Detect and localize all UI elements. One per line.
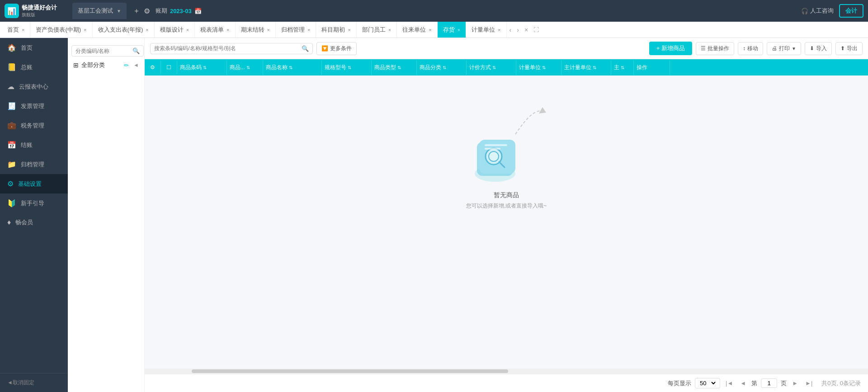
sidebar-item-archive[interactable]: 📁 归档管理 [0, 155, 68, 174]
th-type-sort[interactable]: ⇅ [397, 65, 401, 70]
batch-button[interactable]: ☰ 批量操作 [696, 42, 734, 55]
tab-dept[interactable]: 部门员工 × [357, 22, 397, 38]
th-check[interactable]: ☐ [161, 61, 177, 74]
th-spec-sort[interactable]: ⇅ [348, 65, 351, 70]
sidebar-item-ledger[interactable]: 📒 总账 [0, 57, 68, 77]
tab-archive-close[interactable]: × [307, 27, 310, 33]
tab-template-close[interactable]: × [186, 27, 189, 33]
tab-partner[interactable]: 往来单位 × [397, 22, 437, 38]
add-workspace-icon[interactable]: ＋ [133, 6, 140, 16]
tab-subject-close[interactable]: × [348, 27, 350, 33]
tab-inventory[interactable]: 存货 × [438, 22, 466, 38]
print-dropdown-icon[interactable]: ▼ [792, 46, 796, 51]
per-page-dropdown[interactable]: 50 10 20 100 [698, 379, 717, 387]
product-search-icon[interactable]: 🔍 [302, 45, 309, 52]
per-page-select[interactable]: 50 10 20 100 [695, 378, 720, 388]
th-main-unit-sort[interactable]: ⇅ [593, 65, 596, 70]
sidebar-item-guide[interactable]: 🔰 新手引导 [0, 194, 68, 213]
help-button[interactable]: 🎧 人工咨询 [801, 7, 834, 15]
sidebar-item-tax[interactable]: 💼 税务管理 [0, 116, 68, 135]
horizontal-scrollbar[interactable] [145, 368, 868, 374]
sidebar-item-close[interactable]: 📅 结账 [0, 135, 68, 155]
category-search-icon[interactable]: 🔍 [132, 47, 140, 54]
tab-income-close[interactable]: × [146, 27, 148, 33]
scrollbar-thumb[interactable] [192, 369, 508, 373]
workspace-tab[interactable]: 基层工会测试 ▼ [72, 3, 127, 19]
more-filter-button[interactable]: 🔽 更多条件 [316, 42, 357, 55]
tabs-right-arrow[interactable]: › [514, 26, 522, 33]
tab-partner-label: 往来单位 [402, 26, 426, 34]
th-name[interactable]: 商品名称 ⇅ [263, 60, 322, 75]
sidebar-item-member[interactable]: ♦ 畅会员 [0, 213, 68, 232]
page-end-label: 页 [781, 379, 787, 387]
import-button[interactable]: ⬇ 导入 [805, 42, 832, 55]
th-barcode-sort[interactable]: ⇅ [203, 65, 207, 70]
product-search-box[interactable]: 🔍 [150, 43, 313, 54]
th-price-mode[interactable]: 计价方式 ⇅ [467, 60, 516, 75]
move-button[interactable]: ↕ 移动 [738, 42, 763, 55]
tab-template[interactable]: 模版设计 × [155, 22, 195, 38]
tab-balance[interactable]: 资产负债表(中期) × [30, 22, 92, 38]
th-unit-sort[interactable]: ⇅ [542, 65, 546, 70]
sidebar-item-settings[interactable]: ⚙ 基础设置 [0, 174, 68, 194]
tab-home[interactable]: 首页 × [2, 22, 30, 38]
print-button[interactable]: 🖨 打印 ▼ [767, 42, 801, 55]
tab-home-close[interactable]: × [22, 27, 24, 33]
tabs-left-arrow[interactable]: ‹ [507, 26, 514, 33]
add-product-button[interactable]: + 新增商品 [649, 42, 692, 55]
top-bar: 📊 畅捷通好会计 旗舰版 基层工会测试 ▼ ＋ ⚙ 账期 2023-03 📅 🎧… [0, 0, 868, 22]
th-spec[interactable]: 规格型号 ⇅ [322, 60, 372, 75]
tab-period-close[interactable]: × [267, 27, 270, 33]
account-button[interactable]: 会计 [839, 4, 863, 18]
toolbar: 🔍 🔽 更多条件 + 新增商品 ☰ 批量操作 ↕ 移 [145, 38, 868, 59]
th-settings[interactable]: ⚙ [145, 61, 161, 74]
th-barcode[interactable]: 商品条码 ⇅ [177, 60, 227, 75]
th-main-sort[interactable]: ⇅ [621, 65, 624, 70]
th-price-mode-sort[interactable]: ⇅ [492, 65, 496, 70]
tab-tax[interactable]: 税表清单 × [195, 22, 235, 38]
settings-workspace-icon[interactable]: ⚙ [144, 7, 150, 15]
category-search-input[interactable] [75, 48, 130, 54]
th-category[interactable]: 商品分类 ⇅ [417, 60, 467, 75]
tab-unit[interactable]: 计量单位 × [466, 22, 506, 38]
product-search-input[interactable] [154, 45, 299, 52]
th-code[interactable]: 商品... ⇅ [227, 60, 263, 75]
page-input[interactable] [761, 378, 777, 388]
tab-unit-close[interactable]: × [498, 27, 500, 33]
th-category-sort[interactable]: ⇅ [443, 65, 446, 70]
th-name-sort[interactable]: ⇅ [289, 65, 292, 70]
th-type[interactable]: 商品类型 ⇅ [372, 60, 417, 75]
first-page-button[interactable]: |◄ [724, 379, 735, 387]
tab-period[interactable]: 期末结转 × [236, 22, 276, 38]
export-button[interactable]: ⬆ 导出 [835, 42, 863, 55]
workspace-dropdown-icon[interactable]: ▼ [117, 9, 121, 14]
tab-archive[interactable]: 归档管理 × [276, 22, 316, 38]
tab-dept-close[interactable]: × [388, 27, 391, 33]
sidebar-item-home[interactable]: 🏠 首页 [0, 38, 68, 57]
tab-income[interactable]: 收入支出表(年报) × [93, 22, 155, 38]
sidebar-item-invoice[interactable]: 🧾 发票管理 [0, 96, 68, 116]
tab-partner-close[interactable]: × [429, 27, 431, 33]
th-main-unit[interactable]: 主计量单位 ⇅ [561, 60, 611, 75]
tab-balance-close[interactable]: × [84, 27, 86, 33]
tab-inventory-close[interactable]: × [458, 27, 460, 33]
unpin-button[interactable]: ◄取消固定 [0, 373, 68, 392]
filter-label: 更多条件 [330, 45, 352, 52]
category-search-box[interactable]: 🔍 [71, 45, 144, 57]
th-unit[interactable]: 计量单位 ⇅ [516, 60, 561, 75]
category-edit-icon[interactable]: ✏ [124, 62, 129, 69]
tab-tax-close[interactable]: × [226, 27, 229, 33]
next-page-button[interactable]: ► [790, 379, 800, 387]
prev-page-button[interactable]: ◄ [738, 379, 748, 387]
sidebar-label-archive: 归档管理 [21, 161, 44, 169]
category-collapse-icon[interactable]: ◄ [133, 62, 139, 68]
tab-subject[interactable]: 科目期初 × [316, 22, 356, 38]
sidebar-item-reports[interactable]: ☁ 云报表中心 [0, 77, 68, 96]
calendar-icon[interactable]: 📅 [194, 8, 202, 14]
th-code-sort[interactable]: ⇅ [246, 65, 250, 70]
tabs-expand[interactable]: ⛶ [531, 27, 542, 33]
last-page-button[interactable]: ►| [803, 379, 814, 387]
tabs-close-all[interactable]: × [522, 26, 531, 33]
th-main[interactable]: 主 ⇅ [611, 60, 634, 75]
period-label-text: 账期 [156, 7, 167, 15]
